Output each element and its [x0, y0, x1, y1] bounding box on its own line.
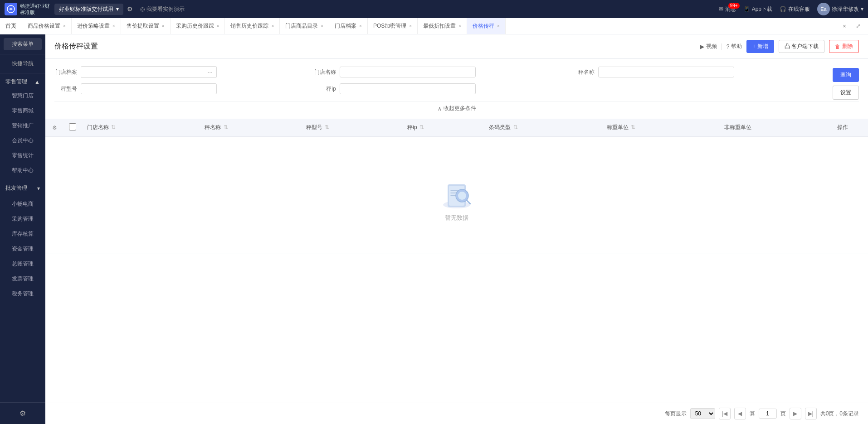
tab-pos-management[interactable]: POS加密管理 × — [368, 18, 418, 34]
sidebar-item-retail-stats[interactable]: 零售统计 — [0, 148, 45, 163]
table-wrapper: ⚙ 门店名称 ⇅ 秤名称 ⇅ — [45, 119, 868, 403]
sidebar-group-retail-header[interactable]: 零售管理 ▲ — [0, 75, 45, 88]
chevron-up-icon: ▲ — [34, 79, 40, 85]
scale-name-input[interactable] — [602, 69, 730, 75]
question-icon: ? — [727, 43, 730, 50]
sidebar-group-wholesale-header[interactable]: 批发管理 ▾ — [0, 182, 45, 195]
pagination: 每页显示 50 10 20 100 |◀ ◀ 算 页 ▶ ▶| 共0页，0条记录 — [45, 403, 868, 424]
sidebar-item-help-center[interactable]: 帮助中心 — [0, 163, 45, 178]
scale-model-input[interactable] — [85, 86, 213, 92]
mobile-icon: 📱 — [743, 6, 750, 12]
tab-store-catalog-close[interactable]: × — [321, 24, 323, 29]
tab-store-catalog[interactable]: 门店商品目录 × — [280, 18, 329, 34]
avatar: Ea — [817, 3, 830, 15]
chevron-up-icon: ∧ — [438, 106, 442, 112]
sidebar-item-general-ledger[interactable]: 总账管理 — [0, 256, 45, 271]
sort-icon[interactable]: ⇅ — [631, 124, 635, 130]
demo-link[interactable]: ◎ 我要看实例演示 — [140, 5, 185, 13]
version-selector[interactable]: 好业财标准版交付试用 ▾ — [54, 4, 123, 15]
tab-home[interactable]: 首页 — [0, 18, 22, 34]
sidebar-item-inventory[interactable]: 库存核算 — [0, 226, 45, 241]
sidebar-settings-icon[interactable]: ⚙ — [4, 406, 42, 420]
quick-nav-button[interactable]: 快捷导航 — [0, 57, 45, 70]
tabs-bar: 首页 商品价格设置 × 进价策略设置 × 售价提取设置 × 采购历史价跟踪 × … — [0, 18, 868, 34]
messages-button[interactable]: ✉ 消息 99+ — [719, 5, 736, 13]
page-input[interactable] — [759, 409, 777, 419]
tab-sale-price-close[interactable]: × — [162, 24, 165, 29]
download-client-button[interactable]: 凸 客户端下载 — [779, 40, 824, 53]
tab-store-archive[interactable]: 门店档案 × — [329, 18, 368, 34]
tab-price-scale[interactable]: 价格传秤 × — [467, 18, 506, 34]
sidebar-item-marketing[interactable]: 营销推广 — [0, 118, 45, 133]
tab-sale-history-close[interactable]: × — [271, 24, 274, 29]
set-button[interactable]: 设置 — [833, 86, 859, 100]
app-download-button[interactable]: 📱 App下载 — [743, 5, 772, 13]
last-page-button[interactable]: ▶| — [805, 408, 817, 419]
sidebar-item-member-center[interactable]: 会员中心 — [0, 133, 45, 148]
tab-purchase-history[interactable]: 采购历史价跟踪 × — [171, 18, 225, 34]
select-all-checkbox[interactable] — [69, 123, 76, 130]
sidebar-item-finance[interactable]: 资金管理 — [0, 241, 45, 256]
sort-icon[interactable]: ⇅ — [513, 124, 518, 130]
trash-icon: 🗑 — [835, 43, 840, 50]
add-button[interactable]: + 新增 — [746, 40, 774, 53]
user-menu[interactable]: Ea 徐泽华修改 ▾ — [817, 3, 863, 15]
sidebar-item-tax[interactable]: 税务管理 — [0, 286, 45, 301]
sidebar-item-ecommerce[interactable]: 小畅电商 — [0, 197, 45, 212]
scale-name-input-wrap[interactable] — [598, 67, 734, 77]
tab-price-scale-close[interactable]: × — [497, 24, 500, 29]
sidebar-item-invoice[interactable]: 发票管理 — [0, 271, 45, 286]
store-archive-input-wrap[interactable]: ··· — [81, 66, 217, 78]
store-name-input-wrap[interactable] — [340, 67, 476, 77]
scale-ip-input[interactable] — [344, 86, 472, 92]
sidebar-group-wholesale: 批发管理 ▾ — [0, 180, 45, 197]
per-page-select[interactable]: 50 10 20 100 — [690, 408, 715, 419]
first-page-button[interactable]: |◀ — [719, 408, 731, 419]
tab-purchase-history-close[interactable]: × — [217, 24, 219, 29]
sort-icon[interactable]: ⇅ — [325, 124, 329, 130]
tab-purchase-strategy[interactable]: 进价策略设置 × — [72, 18, 121, 34]
sidebar-item-retail-mall[interactable]: 零售商城 — [0, 103, 45, 118]
tab-expand-button[interactable]: ⤢ — [852, 20, 864, 33]
tab-price-setting-close[interactable]: × — [63, 24, 66, 29]
version-selector-text: 好业财标准版交付试用 — [59, 5, 113, 13]
collapse-button[interactable]: ∧ 收起更多条件 — [54, 101, 859, 115]
tab-price-setting[interactable]: 商品价格设置 × — [22, 18, 72, 34]
prev-page-button[interactable]: ◀ — [734, 408, 746, 419]
tabs-actions: × ⤢ — [834, 20, 868, 33]
tab-store-archive-close[interactable]: × — [359, 24, 362, 29]
more-options-icon[interactable]: ··· — [207, 68, 213, 76]
search-menu-button[interactable]: 搜索菜单 — [4, 38, 42, 50]
app-logo: 畅捷通好业财 标准版 — [5, 3, 50, 16]
tab-sale-price[interactable]: 售价提取设置 × — [121, 18, 171, 34]
tab-purchase-strategy-close[interactable]: × — [112, 24, 115, 29]
table-header-row: ⚙ 门店名称 ⇅ 秤名称 ⇅ — [45, 119, 868, 137]
table-checkbox-header[interactable] — [63, 119, 82, 137]
help-link[interactable]: ? 帮助 — [727, 43, 742, 50]
settings-icon[interactable]: ⚙ — [127, 5, 133, 13]
sort-icon[interactable]: ⇅ — [111, 124, 116, 130]
empty-text: 暂无数据 — [445, 214, 468, 222]
tab-pos-management-close[interactable]: × — [409, 24, 412, 29]
tab-close-all-button[interactable]: × — [838, 20, 851, 33]
table-settings-header[interactable]: ⚙ — [45, 119, 63, 137]
next-page-button[interactable]: ▶ — [790, 408, 801, 419]
store-name-input[interactable] — [344, 69, 472, 75]
tab-min-discount-close[interactable]: × — [458, 24, 461, 29]
tab-min-discount[interactable]: 最低折扣设置 × — [418, 18, 467, 34]
col-store-name: 门店名称 ⇅ — [82, 119, 199, 137]
tab-sale-history[interactable]: 销售历史价跟踪 × — [225, 18, 280, 34]
chevron-down-icon: ▾ — [861, 6, 863, 12]
query-button[interactable]: 查询 — [833, 68, 859, 82]
sidebar-item-purchase[interactable]: 采购管理 — [0, 212, 45, 226]
delete-button[interactable]: 🗑 删除 — [829, 40, 859, 53]
store-archive-input[interactable] — [85, 69, 205, 75]
online-service-button[interactable]: 🎧 在线客服 — [780, 5, 810, 13]
sort-icon[interactable]: ⇅ — [419, 124, 424, 130]
video-link[interactable]: ▶ 视频 — [700, 43, 717, 50]
sort-icon[interactable]: ⇅ — [224, 124, 228, 130]
scale-ip-input-wrap[interactable] — [340, 83, 476, 94]
column-settings-icon[interactable]: ⚙ — [52, 125, 57, 131]
sidebar-item-smart-store[interactable]: 智慧门店 — [0, 88, 45, 103]
scale-model-input-wrap[interactable] — [81, 83, 217, 94]
